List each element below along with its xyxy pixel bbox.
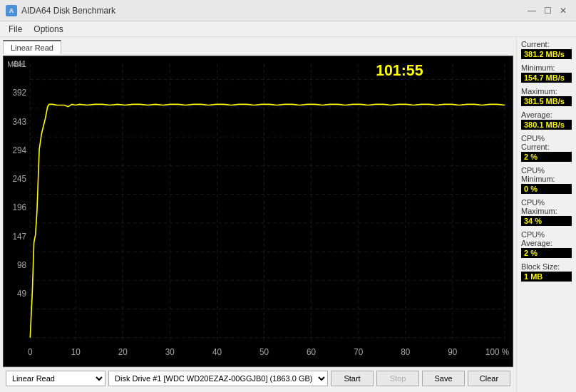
current-value: 381.2 MB/s [521, 49, 572, 59]
svg-text:294: 294 [12, 145, 26, 155]
svg-text:100 %: 100 % [485, 347, 510, 357]
current-label: Current: [521, 40, 572, 48]
benchmark-type-select[interactable]: Linear Read Linear Write Random Read Ran… [6, 371, 106, 386]
tab-bar: Linear Read [3, 40, 513, 54]
block-size-label: Block Size: [521, 262, 572, 271]
cpu-maximum-label: CPU% Maximum: [521, 198, 572, 215]
svg-text:101:55: 101:55 [376, 62, 423, 79]
drive-select[interactable]: Disk Drive #1 [WDC WD20EZAZ-00GGJB0] (18… [108, 371, 328, 386]
svg-text:147: 147 [12, 232, 26, 242]
chart-container: 441 392 343 294 245 196 147 98 49 MB/s 0… [3, 56, 513, 367]
svg-text:60: 60 [307, 347, 316, 357]
cpu-minimum-label: CPU% Minimum: [521, 166, 572, 183]
cpu-current-value: 2 % [521, 152, 572, 162]
menu-options[interactable]: Options [28, 23, 68, 36]
close-button[interactable]: ✕ [556, 4, 570, 18]
maximize-button[interactable]: ☐ [540, 4, 555, 18]
start-button[interactable]: Start [331, 371, 374, 386]
maximum-value: 381.5 MB/s [521, 96, 572, 106]
svg-text:245: 245 [12, 174, 26, 184]
maximum-label: Maximum: [521, 87, 572, 96]
left-panel: Linear Read [0, 37, 516, 392]
svg-text:50: 50 [259, 347, 269, 357]
menu-bar: File Options [0, 21, 576, 37]
stat-cpu-average: CPU% Average: 2 % [521, 230, 572, 258]
minimum-label: Minimum: [521, 63, 572, 72]
window-controls: — ☐ ✕ [525, 4, 570, 18]
svg-text:80: 80 [401, 347, 410, 357]
cpu-current-label: CPU% Current: [521, 134, 572, 151]
stop-button[interactable]: Stop [376, 371, 419, 386]
app-title: AIDA64 Disk Benchmark [21, 6, 115, 16]
cpu-minimum-value: 0 % [521, 184, 572, 194]
svg-text:90: 90 [448, 347, 457, 357]
average-label: Average: [521, 110, 572, 119]
menu-file[interactable]: File [3, 23, 28, 36]
stat-current: Current: 381.2 MB/s [521, 40, 572, 59]
stat-cpu-maximum: CPU% Maximum: 34 % [521, 198, 572, 226]
stat-cpu-current: CPU% Current: 2 % [521, 134, 572, 162]
svg-text:98: 98 [17, 260, 26, 270]
stat-block-size: Block Size: 1 MB [521, 262, 572, 282]
cpu-average-label: CPU% Average: [521, 230, 572, 247]
title-bar: A AIDA64 Disk Benchmark — ☐ ✕ [0, 0, 576, 21]
svg-text:392: 392 [12, 88, 26, 98]
clear-button[interactable]: Clear [468, 371, 510, 386]
svg-text:MB/s: MB/s [7, 60, 24, 68]
svg-text:20: 20 [118, 347, 128, 357]
stat-maximum: Maximum: 381.5 MB/s [521, 87, 572, 106]
tab-linear-read[interactable]: Linear Read [3, 40, 61, 54]
stat-average: Average: 380.1 MB/s [521, 110, 572, 130]
bottom-controls: Linear Read Linear Write Random Read Ran… [3, 367, 513, 389]
main-area: Linear Read [0, 37, 576, 392]
svg-text:40: 40 [212, 347, 222, 357]
svg-text:70: 70 [354, 347, 363, 357]
average-value: 380.1 MB/s [521, 120, 572, 130]
chart-svg: 441 392 343 294 245 196 147 98 49 MB/s 0… [4, 56, 513, 366]
svg-text:196: 196 [12, 202, 26, 212]
right-panel: Current: 381.2 MB/s Minimum: 154.7 MB/s … [516, 37, 576, 392]
cpu-average-value: 2 % [521, 248, 572, 258]
svg-text:343: 343 [12, 117, 26, 127]
minimize-button[interactable]: — [525, 4, 539, 18]
stat-minimum: Minimum: 154.7 MB/s [521, 63, 572, 83]
minimum-value: 154.7 MB/s [521, 73, 572, 83]
svg-text:30: 30 [165, 347, 175, 357]
stat-cpu-minimum: CPU% Minimum: 0 % [521, 166, 572, 194]
svg-text:10: 10 [71, 347, 81, 357]
app-icon: A [6, 5, 17, 16]
block-size-value: 1 MB [521, 272, 572, 282]
save-button[interactable]: Save [422, 371, 465, 386]
svg-rect-0 [4, 56, 513, 366]
cpu-maximum-value: 34 % [521, 216, 572, 226]
svg-text:49: 49 [17, 289, 26, 299]
svg-text:0: 0 [28, 347, 33, 357]
